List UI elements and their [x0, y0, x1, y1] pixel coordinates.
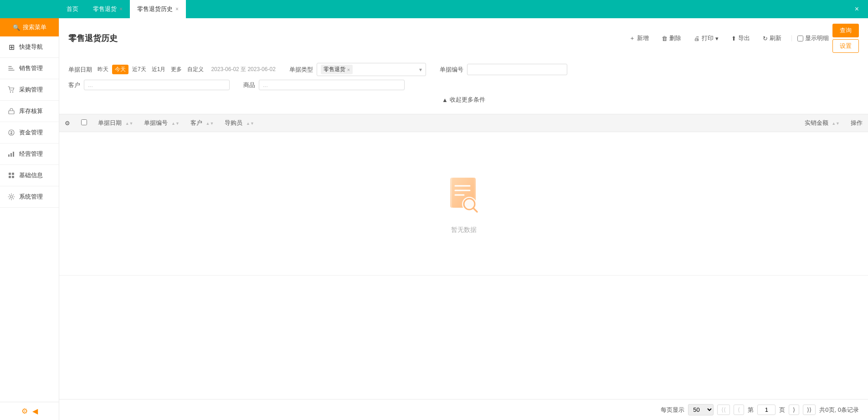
total-info: 共0页, 0条记录: [819, 406, 859, 414]
page-input[interactable]: [757, 405, 776, 415]
goods-dots: ...: [263, 82, 268, 88]
export-button[interactable]: ⬆ 导出: [727, 32, 755, 45]
sidebar-collapse-button[interactable]: ◀: [32, 407, 38, 415]
prev-page-button[interactable]: ⟨: [734, 405, 744, 415]
sidebar-item-basic-info[interactable]: 基础信息: [0, 165, 59, 186]
sidebar-item-inventory[interactable]: 库存核算: [0, 101, 59, 122]
date-filter-label: 单据日期: [68, 66, 92, 74]
date-range-display: 2023-06-02 至 2023-06-02: [211, 66, 275, 73]
svg-rect-2: [9, 111, 14, 114]
display-checkbox[interactable]: [797, 36, 803, 41]
th-doc-num-label: 单据编号: [144, 119, 168, 126]
refresh-button[interactable]: ↻ 刷新: [758, 32, 786, 45]
th-doc-num-sort: ▲▼: [171, 121, 180, 126]
page-title: 零售退货历史: [68, 33, 118, 44]
goods-selector[interactable]: ...: [259, 80, 405, 90]
sidebar-item-operations[interactable]: 经营管理: [0, 143, 59, 165]
page-header: 零售退货历史 ＋ 新增 🗑 删除 🖨 打印 ▾: [59, 18, 868, 114]
date-opt-1month[interactable]: 近1月: [150, 65, 168, 74]
print-button[interactable]: 🖨 打印 ▾: [689, 32, 723, 45]
table-header-row: ⚙ 单据日期 ▲▼ 单据编号 ▲▼: [59, 114, 868, 132]
quick-nav-icon: ⊞: [7, 43, 15, 51]
customer-dots: ...: [88, 82, 93, 88]
per-page-select[interactable]: 50 10 20 100: [688, 404, 714, 415]
date-opt-custom[interactable]: 自定义: [185, 65, 205, 74]
svg-line-19: [473, 208, 477, 212]
window-close-button[interactable]: ×: [855, 5, 859, 13]
goods-label: 商品: [243, 81, 255, 89]
svg-rect-6: [13, 152, 14, 157]
th-customer[interactable]: 客户 ▲▼: [185, 114, 219, 132]
doc-type-selector[interactable]: 零售退货 × ▾: [317, 63, 426, 76]
sidebar-search[interactable]: 🔍 搜索菜单: [0, 18, 59, 36]
th-doc-num[interactable]: 单据编号 ▲▼: [139, 114, 185, 132]
sidebar-item-finance-label: 资金管理: [19, 128, 43, 137]
tab-home[interactable]: 首页: [59, 0, 86, 18]
sidebar-item-quick-nav-label: 快捷导航: [19, 43, 43, 51]
last-page-button[interactable]: ⟩⟩: [803, 405, 816, 415]
export-label: 导出: [738, 34, 750, 42]
th-actual-amount[interactable]: 实销金额 ▲▼: [799, 114, 845, 132]
filter-doc-num: 单据编号: [440, 64, 567, 75]
next-page-button[interactable]: ⟩: [789, 405, 799, 415]
doc-num-input[interactable]: [467, 64, 567, 75]
collapse-button[interactable]: ▲ 收起更多条件: [437, 94, 491, 106]
delete-button[interactable]: 🗑 删除: [657, 32, 686, 45]
delete-label: 删除: [669, 34, 681, 42]
sidebar-item-system-mgmt-label: 系统管理: [19, 193, 43, 201]
query-button[interactable]: 查询: [832, 24, 859, 37]
th-actual-amount-label: 实销金额: [805, 119, 828, 126]
empty-state-cell: 暂无数据: [59, 132, 868, 276]
sidebar-item-finance[interactable]: 资金管理: [0, 122, 59, 143]
svg-rect-4: [8, 154, 10, 157]
customer-selector[interactable]: ...: [84, 80, 230, 90]
inventory-icon: [7, 107, 15, 115]
collapse-label: 收起更多条件: [450, 96, 485, 104]
tab-home-label: 首页: [67, 5, 78, 13]
sidebar-footer: ⚙ ◀: [0, 402, 59, 420]
operations-icon: [7, 150, 15, 158]
table-settings-col[interactable]: ⚙: [59, 114, 76, 132]
tab-retail-return[interactable]: 零售退货 ×: [86, 0, 130, 18]
sidebar-item-purchase-mgmt[interactable]: 采购管理: [0, 79, 59, 101]
set-button[interactable]: 设置: [832, 39, 859, 53]
date-opt-yesterday[interactable]: 昨天: [96, 65, 110, 74]
add-button[interactable]: ＋ 新增: [625, 32, 653, 45]
table-settings-icon[interactable]: ⚙: [65, 120, 70, 127]
page-title-row: 零售退货历史 ＋ 新增 🗑 删除 🖨 打印 ▾: [68, 24, 859, 53]
doc-type-tag-close[interactable]: ×: [347, 67, 350, 72]
sidebar-item-quick-nav[interactable]: ⊞ 快捷导航: [0, 36, 59, 58]
collapse-row: ▲ 收起更多条件: [68, 94, 859, 109]
date-opt-7days[interactable]: 近7天: [130, 65, 148, 74]
add-label: 新增: [637, 34, 649, 42]
table-checkbox-col[interactable]: [76, 114, 92, 132]
main-layout: 🔍 搜索菜单 ⊞ 快捷导航 销售管理 采购管理: [0, 18, 868, 420]
tab-retail-return-history[interactable]: 零售退货历史 ×: [130, 0, 186, 18]
th-guide[interactable]: 导购员 ▲▼: [219, 114, 259, 132]
page-label: 第: [748, 406, 754, 414]
search-icon: 🔍: [13, 24, 20, 31]
sidebar-item-basic-info-label: 基础信息: [19, 171, 43, 179]
sidebar: 🔍 搜索菜单 ⊞ 快捷导航 销售管理 采购管理: [0, 18, 59, 420]
purchase-icon: [7, 86, 15, 94]
action-buttons: 查询 设置: [832, 24, 859, 53]
display-toggle[interactable]: 显示明细: [797, 34, 829, 42]
sidebar-settings-button[interactable]: ⚙: [21, 407, 28, 415]
tab-retail-return-history-close[interactable]: ×: [175, 6, 179, 12]
sidebar-item-operations-label: 经营管理: [19, 150, 43, 158]
sidebar-nav: ⊞ 快捷导航 销售管理 采购管理 库存核算: [0, 36, 59, 402]
top-bar: 首页 零售退货 × 零售退货历史 × ×: [0, 0, 868, 18]
date-opt-today[interactable]: 今天: [112, 65, 128, 74]
tab-retail-return-close[interactable]: ×: [119, 6, 123, 12]
date-opt-more[interactable]: 更多: [169, 65, 184, 74]
sidebar-item-system-mgmt[interactable]: 系统管理: [0, 186, 59, 208]
filter-row-1: 单据日期 昨天 今天 近7天 近1月 更多 自定义 2023-06-02 至 2…: [68, 63, 859, 76]
sidebar-item-sales-mgmt[interactable]: 销售管理: [0, 58, 59, 79]
select-all-checkbox[interactable]: [81, 119, 87, 125]
first-page-button[interactable]: ⟨⟨: [717, 405, 730, 415]
th-doc-date[interactable]: 单据日期 ▲▼: [92, 114, 139, 132]
system-icon: [7, 193, 15, 201]
display-label: 显示明细: [805, 34, 829, 42]
basic-info-icon: [7, 171, 15, 179]
date-options: 昨天 今天 近7天 近1月 更多 自定义: [96, 65, 205, 74]
